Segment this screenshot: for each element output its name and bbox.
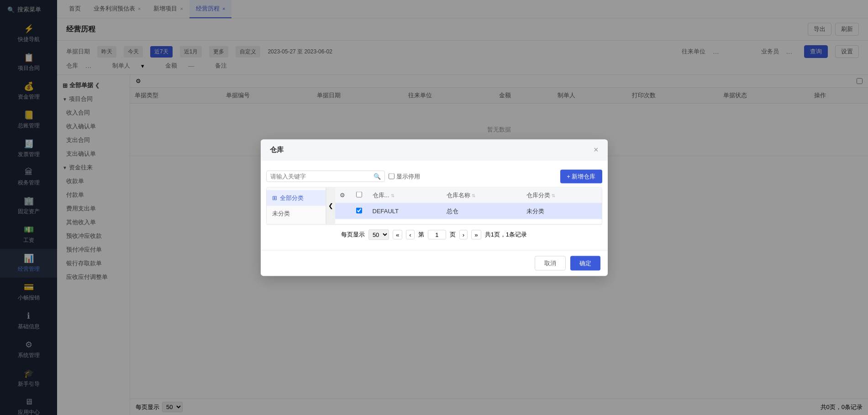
dialog-toolbar: 🔍 显示停用 + 新增仓库 [266,166,602,187]
unclassified-item[interactable]: 未分类 [267,205,326,221]
sort-icon-code[interactable]: ⇅ [391,193,395,198]
row-code: DEFAULT [368,203,442,219]
dialog-content: ⊞ 全部分类 未分类 ❮ ⚙ [266,187,602,224]
dialog-header: 仓库 × [261,139,608,160]
page-number-input[interactable] [428,230,446,239]
all-category-label: 全部分类 [280,194,304,202]
grid-cat-icon: ⊞ [272,194,277,201]
table-row[interactable]: DEFAULT 总仓 未分类 [335,203,602,219]
warehouse-name-header: 仓库名称 [447,191,470,198]
select-all-warehouse[interactable] [356,191,362,197]
th-warehouse-code: 仓库... ⇅ [368,187,442,203]
collapse-panel-btn[interactable]: ❮ [326,187,335,224]
th-checkbox[interactable] [352,187,368,203]
show-disabled-text: 显示停用 [396,172,420,180]
show-disabled-checkbox[interactable] [389,173,395,179]
first-page-btn[interactable]: « [393,230,402,239]
sort-icon-name[interactable]: ⇅ [472,193,475,198]
dialog-actions: 取消 确定 [261,250,608,276]
dialog-category-panel: ⊞ 全部分类 未分类 [267,187,326,224]
dialog-total: 共1页，1条记录 [485,231,527,239]
dialog-search-input[interactable] [270,173,374,180]
unclassified-label: 未分类 [272,209,290,217]
sort-icon-cat[interactable]: ⇅ [552,193,555,198]
all-category-item[interactable]: ⊞ 全部分类 [267,190,326,205]
cancel-button[interactable]: 取消 [535,256,566,270]
page-prefix: 第 [418,231,424,239]
th-warehouse-category: 仓库分类 ⇅ [522,187,602,203]
row-settings [335,203,352,219]
dialog-search-box[interactable]: 🔍 [266,171,385,182]
th-settings[interactable]: ⚙ [335,187,352,203]
confirm-button[interactable]: 确定 [570,256,600,270]
dialog-pagination: 每页显示 50 « ‹ 第 页 › » 共1页，1条记录 [266,224,602,244]
dialog-title: 仓库 [270,145,284,154]
last-page-btn[interactable]: » [471,230,481,239]
warehouse-code-header: 仓库... [373,191,389,198]
th-warehouse-name: 仓库名称 ⇅ [442,187,522,203]
row-checkbox[interactable] [352,203,368,219]
dialog-left-container: ⊞ 全部分类 未分类 ❮ [267,187,335,224]
dialog-table-area: ⚙ 仓库... ⇅ 仓库名称 ⇅ 仓库分类 [335,187,602,224]
warehouse-category-header: 仓库分类 [526,191,550,198]
row-name: 总仓 [442,203,522,219]
dialog-search-icon: 🔍 [374,173,381,180]
warehouse-dialog: 仓库 × 🔍 显示停用 + 新增仓库 ⊞ 全部分类 [261,139,608,276]
add-warehouse-button[interactable]: + 新增仓库 [560,169,602,183]
next-page-btn[interactable]: › [459,230,468,239]
page-suffix: 页 [450,231,456,239]
row-select-checkbox[interactable] [356,207,362,213]
warehouse-table: ⚙ 仓库... ⇅ 仓库名称 ⇅ 仓库分类 [335,187,602,219]
dialog-per-page-select[interactable]: 50 [368,229,389,240]
dialog-body: 🔍 显示停用 + 新增仓库 ⊞ 全部分类 未分类 [261,160,608,250]
show-disabled-label[interactable]: 显示停用 [389,172,420,180]
warehouse-table-header: ⚙ 仓库... ⇅ 仓库名称 ⇅ 仓库分类 [335,187,602,203]
row-category: 未分类 [522,203,602,219]
prev-page-btn[interactable]: ‹ [406,230,414,239]
dialog-close-button[interactable]: × [594,145,599,154]
dialog-per-page-label: 每页显示 [341,231,365,239]
